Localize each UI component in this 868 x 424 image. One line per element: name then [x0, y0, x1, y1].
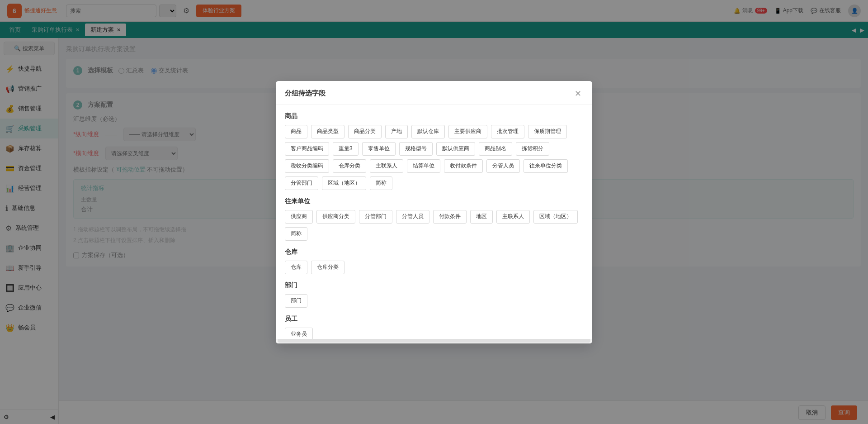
field-tag[interactable]: 默认仓库 — [411, 125, 445, 138]
field-tag[interactable]: 供应商 — [285, 210, 313, 224]
modal-overlay: 分组待选字段 ✕ 商品 商品商品类型商品分类产地默认仓库主要供应商批次管理保质期… — [0, 0, 868, 424]
section-goods: 商品 商品商品类型商品分类产地默认仓库主要供应商批次管理保质期管理客户商品编码重… — [285, 112, 583, 190]
field-tag[interactable]: 主联系人 — [496, 210, 530, 224]
section-partner-tags: 供应商供应商分类分管部门分管人员付款条件地区主联系人区域（地区）简称 — [285, 210, 583, 241]
field-tag[interactable]: 分管部门 — [359, 210, 392, 224]
modal-title: 分组待选字段 — [285, 89, 326, 98]
field-tag[interactable]: 拣货积分 — [516, 142, 549, 156]
modal-hscrollbar[interactable] — [276, 339, 592, 343]
field-tag[interactable]: 主联系人 — [370, 159, 403, 173]
modal-dialog: 分组待选字段 ✕ 商品 商品商品类型商品分类产地默认仓库主要供应商批次管理保质期… — [276, 81, 592, 343]
section-staff-title: 员工 — [285, 315, 583, 323]
field-tag[interactable]: 重量3 — [333, 142, 359, 156]
field-tag[interactable]: 分管部门 — [285, 176, 318, 190]
field-tag[interactable]: 零售单位 — [362, 142, 396, 156]
field-tag[interactable]: 区域（地区） — [322, 176, 366, 190]
field-tag[interactable]: 税收分类编码 — [285, 159, 329, 173]
section-partner: 往来单位 供应商供应商分类分管部门分管人员付款条件地区主联系人区域（地区）简称 — [285, 197, 583, 241]
modal-body: 商品 商品商品类型商品分类产地默认仓库主要供应商批次管理保质期管理客户商品编码重… — [276, 105, 592, 339]
field-tag[interactable]: 付款条件 — [433, 210, 467, 224]
field-tag[interactable]: 简称 — [285, 227, 307, 241]
field-tag[interactable]: 仓库分类 — [333, 159, 366, 173]
section-dept: 部门 部门 — [285, 281, 583, 308]
section-goods-tags: 商品商品类型商品分类产地默认仓库主要供应商批次管理保质期管理客户商品编码重量3零… — [285, 125, 583, 190]
field-tag[interactable]: 客户商品编码 — [285, 142, 329, 156]
field-tag[interactable]: 部门 — [285, 294, 307, 308]
section-goods-title: 商品 — [285, 112, 583, 120]
field-tag[interactable]: 商品类型 — [311, 125, 344, 138]
section-partner-title: 往来单位 — [285, 197, 583, 205]
field-tag[interactable]: 结算单位 — [407, 159, 440, 173]
field-tag[interactable]: 收付款条件 — [444, 159, 483, 173]
field-tag[interactable]: 区域（地区） — [533, 210, 578, 224]
section-dept-title: 部门 — [285, 281, 583, 290]
field-tag[interactable]: 产地 — [385, 125, 408, 138]
field-tag[interactable]: 商品别名 — [479, 142, 512, 156]
section-dept-tags: 部门 — [285, 294, 583, 308]
section-staff: 员工 业务员 — [285, 315, 583, 339]
field-tag[interactable]: 往来单位分类 — [524, 159, 568, 173]
field-tag[interactable]: 业务员 — [285, 328, 313, 339]
field-tag[interactable]: 简称 — [370, 176, 392, 190]
modal-close-button[interactable]: ✕ — [572, 88, 583, 99]
field-tag[interactable]: 批次管理 — [491, 125, 524, 138]
field-tag[interactable]: 仓库分类 — [311, 261, 344, 274]
field-tag[interactable]: 地区 — [470, 210, 493, 224]
field-tag[interactable]: 分管人员 — [396, 210, 429, 224]
field-tag[interactable]: 供应商分类 — [316, 210, 355, 224]
section-warehouse: 仓库 仓库仓库分类 — [285, 248, 583, 274]
field-tag[interactable]: 规格型号 — [399, 142, 433, 156]
field-tag[interactable]: 保质期管理 — [528, 125, 567, 138]
section-warehouse-tags: 仓库仓库分类 — [285, 261, 583, 274]
modal-header: 分组待选字段 ✕ — [276, 81, 592, 105]
field-tag[interactable]: 仓库 — [285, 261, 307, 274]
field-tag[interactable]: 主要供应商 — [448, 125, 487, 138]
field-tag[interactable]: 商品分类 — [348, 125, 382, 138]
section-staff-tags: 业务员 — [285, 328, 583, 339]
field-tag[interactable]: 分管人员 — [486, 159, 520, 173]
field-tag[interactable]: 默认供应商 — [436, 142, 475, 156]
field-tag[interactable]: 商品 — [285, 125, 307, 138]
section-warehouse-title: 仓库 — [285, 248, 583, 256]
